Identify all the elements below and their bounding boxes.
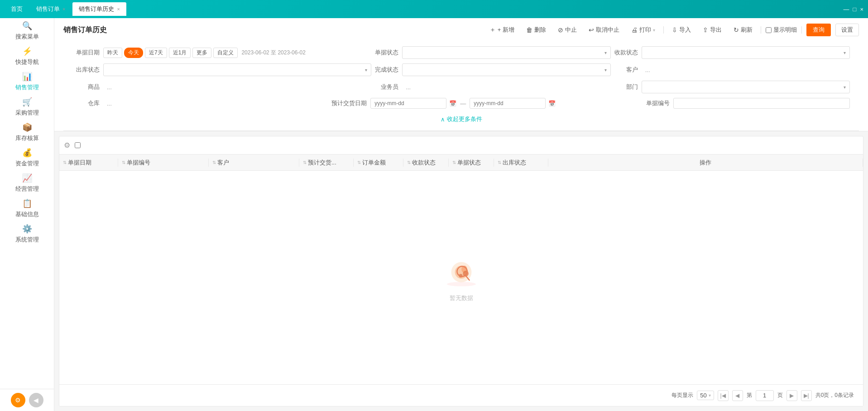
new-icon: ＋ <box>489 26 496 34</box>
sidebar: 🔍 搜索菜单 ⚡ 快捷导航 📊 销售管理 🛒 采购管理 📦 库存核算 💰 资金管… <box>0 18 54 411</box>
query-button[interactable]: 查询 <box>806 24 831 36</box>
operation-icon: 📈 <box>22 173 32 183</box>
table-settings-icon[interactable]: ⚙ <box>64 141 70 150</box>
maximize-btn[interactable]: □ <box>853 6 857 13</box>
tab-sales-order-history-close[interactable]: × <box>117 6 120 12</box>
th-status: ⇅ 单据状态 <box>449 159 494 167</box>
order-status-arrow-icon: ▾ <box>604 50 607 55</box>
settings-button[interactable]: 设置 <box>835 24 859 36</box>
show-detail-checkbox[interactable] <box>766 27 772 33</box>
sidebar-item-search-menu[interactable]: 🔍 搜索菜单 <box>0 18 54 44</box>
customer-label: 客户 <box>611 66 638 74</box>
sidebar-item-sales-mgmt-label: 销售管理 <box>15 83 39 92</box>
sidebar-item-finance[interactable]: 💰 资金管理 <box>0 145 54 170</box>
sidebar-bottom: ⚙ ◀ <box>0 389 54 411</box>
more-btn[interactable]: 更多 <box>192 48 211 58</box>
customer-ellipsis-btn[interactable]: ... <box>642 65 654 75</box>
filter-row-4: 仓库 ... 预计交货日期 📅 — 📅 <box>72 98 850 109</box>
page-number-input[interactable] <box>756 390 774 401</box>
date-label: 单据日期 <box>72 48 100 57</box>
sidebar-collapse-btn[interactable]: ◀ <box>29 393 43 407</box>
warehouse-status-select[interactable]: ▾ <box>103 63 371 76</box>
minimize-btn[interactable]: — <box>844 6 849 13</box>
select-all-checkbox[interactable] <box>75 142 81 148</box>
first-page-btn[interactable]: |◀ <box>718 390 729 401</box>
export-icon: ⇪ <box>703 26 708 34</box>
th-delivery-label: 预计交货... <box>308 159 336 167</box>
tab-sales-order[interactable]: 销售订单 × <box>30 2 72 16</box>
sort-status-icon[interactable]: ⇅ <box>452 160 456 165</box>
stop-icon: ⊘ <box>558 26 563 34</box>
delivery-date-from[interactable] <box>370 98 446 109</box>
sidebar-item-basic-info[interactable]: 📋 基础信息 <box>0 196 54 221</box>
tab-home[interactable]: 首页 <box>5 2 29 16</box>
sort-customer-icon[interactable]: ⇅ <box>212 160 216 165</box>
th-amount-label: 订单金额 <box>362 159 386 167</box>
order-status-select[interactable]: ▾ <box>402 46 610 59</box>
filter-area: 单据日期 昨天 今天 近7天 近1月 更多 自定义 2023-06-02 至 2… <box>63 41 859 131</box>
last7-btn[interactable]: 近7天 <box>145 48 167 58</box>
tab-sales-order-close[interactable]: × <box>62 6 65 12</box>
th-delivery: ⇅ 预计交货... <box>299 159 354 167</box>
sort-amount-icon[interactable]: ⇅ <box>357 160 361 165</box>
next-page-btn[interactable]: ▶ <box>786 390 797 401</box>
refresh-button[interactable]: ↻ 刷新 <box>730 24 756 36</box>
completion-status-arrow-icon: ▾ <box>604 68 607 73</box>
sort-delivery-icon[interactable]: ⇅ <box>303 160 307 165</box>
completion-status-label: 完成状态 <box>371 66 398 74</box>
sidebar-item-purchase-mgmt[interactable]: 🛒 采购管理 <box>0 94 54 120</box>
new-button[interactable]: ＋ + 新增 <box>486 24 518 36</box>
filter-department: 部门 ▾ <box>611 81 850 93</box>
sort-warehouse-icon[interactable]: ⇅ <box>498 160 501 165</box>
toolbar-divider-2 <box>761 26 761 34</box>
warehouse-ellipsis-btn[interactable]: ... <box>103 98 115 109</box>
delivery-date-to[interactable] <box>470 98 546 109</box>
page-size-value: 50 <box>700 392 706 399</box>
sidebar-settings-btn[interactable]: ⚙ <box>11 393 25 407</box>
tab-sales-order-history[interactable]: 销售订单历史 × <box>72 2 126 16</box>
yesterday-btn[interactable]: 昨天 <box>103 48 122 58</box>
empty-area: 暂无数据 <box>59 171 863 384</box>
date-dash: — <box>458 100 468 107</box>
custom-btn[interactable]: 自定义 <box>213 48 238 58</box>
close-btn[interactable]: × <box>860 6 863 13</box>
order-status-control: ▾ <box>402 46 610 59</box>
today-btn[interactable]: 今天 <box>124 48 143 58</box>
completion-status-select[interactable]: ▾ <box>402 63 610 76</box>
page-size-select[interactable]: 50 ▾ <box>697 391 714 400</box>
sidebar-item-operation[interactable]: 📈 经营管理 <box>0 170 54 196</box>
product-label: 商品 <box>72 83 100 91</box>
last-page-btn[interactable]: ▶| <box>801 390 812 401</box>
import-button[interactable]: ⇩ 导入 <box>668 24 695 36</box>
toolbar-divider-3 <box>801 26 802 34</box>
delete-button[interactable]: 🗑 删除 <box>523 24 550 36</box>
stop-button[interactable]: ⊘ 中止 <box>554 24 580 36</box>
sidebar-item-system[interactable]: ⚙️ 系统管理 <box>0 221 54 247</box>
collapse-more-btn[interactable]: ∧ 收起更多条件 <box>72 113 850 125</box>
salesperson-ellipsis-btn[interactable]: ... <box>402 82 414 92</box>
prev-page-btn[interactable]: ◀ <box>732 390 743 401</box>
export-button[interactable]: ⇪ 导出 <box>699 24 725 36</box>
sidebar-item-inventory[interactable]: 📦 库存核算 <box>0 120 54 145</box>
sort-orderno-icon[interactable]: ⇅ <box>122 160 125 165</box>
sort-receipt-icon[interactable]: ⇅ <box>407 160 411 165</box>
filter-salesperson: 业务员 ... <box>371 82 610 92</box>
sidebar-item-sales-mgmt[interactable]: 📊 销售管理 <box>0 69 54 94</box>
cancel-stop-button[interactable]: ↩ 取消中止 <box>585 24 623 36</box>
completion-status-control: ▾ <box>402 63 610 76</box>
filter-customer: 客户 ... <box>611 65 850 75</box>
calendar-from-icon[interactable]: 📅 <box>449 100 456 107</box>
calendar-to-icon[interactable]: 📅 <box>548 100 556 107</box>
order-no-input[interactable] <box>673 98 850 109</box>
show-detail-checkbox-label[interactable]: 显示明细 <box>766 26 797 34</box>
filter-receipt-status: 收款状态 ▾ <box>611 46 850 59</box>
department-select[interactable]: ▾ <box>642 81 850 93</box>
receipt-status-select[interactable]: ▾ <box>642 46 850 59</box>
product-ellipsis-btn[interactable]: ... <box>103 82 115 92</box>
sidebar-item-quick-nav[interactable]: ⚡ 快捷导航 <box>0 44 54 69</box>
collapse-up-icon: ∧ <box>441 116 445 123</box>
sort-date-icon[interactable]: ⇅ <box>63 160 67 165</box>
last-month-btn[interactable]: 近1月 <box>169 48 191 58</box>
tab-sales-order-label: 销售订单 <box>36 5 60 13</box>
print-button[interactable]: 🖨 打印 ▾ <box>628 24 659 36</box>
